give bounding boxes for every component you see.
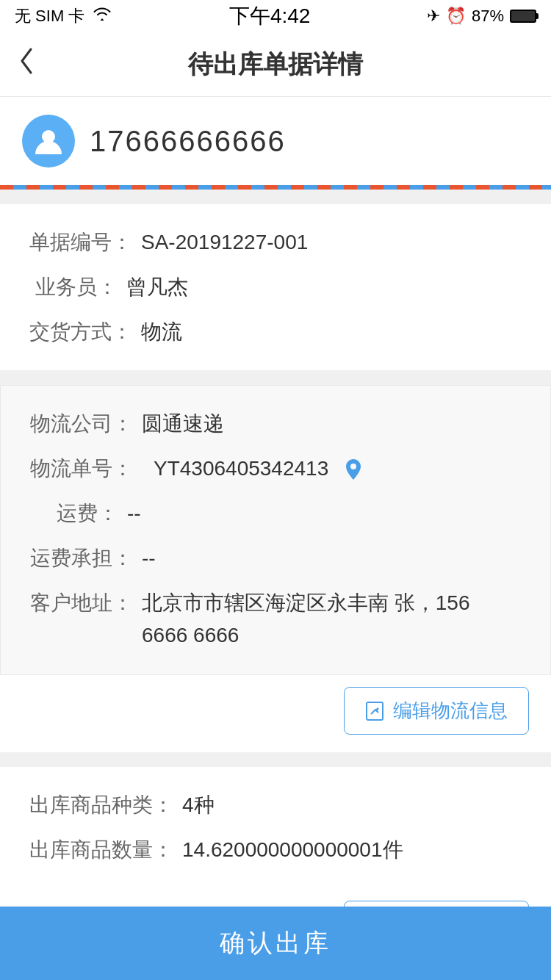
user-phone: 17666666666 [90, 125, 286, 158]
goods-types-row: 出库商品种类： 4种 [29, 789, 522, 822]
document-number-row: 单据编号： SA-20191227-001 [29, 226, 522, 259]
salesman-row: 业务员： 曾凡杰 [29, 271, 522, 304]
confirm-button[interactable]: 确认出库 [0, 907, 551, 980]
user-section: 17666666666 [0, 97, 551, 185]
address-value: 北京市市辖区海淀区永丰南 张，156 6666 6666 [142, 587, 521, 653]
dashed-divider [0, 185, 551, 190]
address-label: 客户地址： [30, 587, 133, 620]
battery-text: 87% [472, 7, 504, 26]
freight-bearer-label: 运费承担： [30, 542, 133, 575]
carrier-text: 无 SIM 卡 [15, 5, 84, 27]
freight-label: 运费： [30, 497, 118, 530]
tracking-label: 物流单号： [30, 453, 133, 486]
confirm-button-label: 确认出库 [220, 926, 331, 960]
document-info-card: 单据编号： SA-20191227-001 业务员： 曾凡杰 交货方式： 物流 [0, 204, 551, 370]
location-status-icon: ✈ [427, 7, 440, 26]
logistics-company-label: 物流公司： [30, 408, 133, 441]
status-left: 无 SIM 卡 [15, 5, 112, 27]
goods-quantity-label: 出库商品数量： [29, 834, 173, 867]
nav-bar: 待出库单据详情 [0, 32, 551, 97]
battery-icon [510, 10, 536, 23]
goods-quantity-row: 出库商品数量： 14.620000000000001件 [29, 834, 522, 867]
tracking-number-value: YT4306405342413 [154, 453, 328, 486]
freight-value: -- [127, 497, 521, 530]
avatar [22, 115, 75, 167]
location-icon[interactable] [340, 456, 367, 483]
salesman-label: 业务员： [29, 271, 118, 304]
goods-quantity-value: 14.620000000000001件 [182, 834, 522, 867]
edit-btn-container: 编辑物流信息 [0, 675, 551, 752]
logistics-company-row: 物流公司： 圆通速递 [30, 408, 521, 441]
logistics-card: 物流公司： 圆通速递 物流单号： YT4306405342413 运费： -- … [0, 385, 551, 675]
status-right: ✈ ⏰ 87% [427, 7, 536, 26]
freight-bearer-row: 运费承担： -- [30, 542, 521, 575]
status-time: 下午4:42 [229, 2, 311, 30]
goods-card: 出库商品种类： 4种 出库商品数量： 14.620000000000001件 [0, 767, 551, 889]
document-number-label: 单据编号： [29, 226, 132, 259]
delivery-label: 交货方式： [29, 316, 132, 349]
delivery-value: 物流 [141, 316, 522, 349]
edit-logistics-label: 编辑物流信息 [393, 698, 508, 724]
document-number-value: SA-20191227-001 [141, 226, 522, 259]
page-title: 待出库单据详情 [188, 48, 363, 82]
alarm-icon: ⏰ [446, 7, 466, 26]
goods-types-label: 出库商品种类： [29, 789, 173, 822]
edit-logistics-button[interactable]: 编辑物流信息 [344, 687, 529, 735]
back-button[interactable] [18, 46, 35, 82]
freight-bearer-value: -- [142, 542, 521, 575]
status-bar: 无 SIM 卡 下午4:42 ✈ ⏰ 87% [0, 0, 551, 32]
section-separator [0, 752, 551, 767]
freight-row: 运费： -- [30, 497, 521, 530]
tracking-row: 物流单号： YT4306405342413 [30, 453, 521, 486]
goods-types-value: 4种 [182, 789, 522, 822]
logistics-company-value: 圆通速递 [142, 408, 521, 441]
content-area: 17666666666 单据编号： SA-20191227-001 业务员： 曾… [0, 97, 551, 980]
address-row: 客户地址： 北京市市辖区海淀区永丰南 张，156 6666 6666 [30, 587, 521, 653]
wifi-icon [92, 7, 112, 26]
delivery-row: 交货方式： 物流 [29, 316, 522, 349]
salesman-value: 曾凡杰 [126, 271, 522, 304]
